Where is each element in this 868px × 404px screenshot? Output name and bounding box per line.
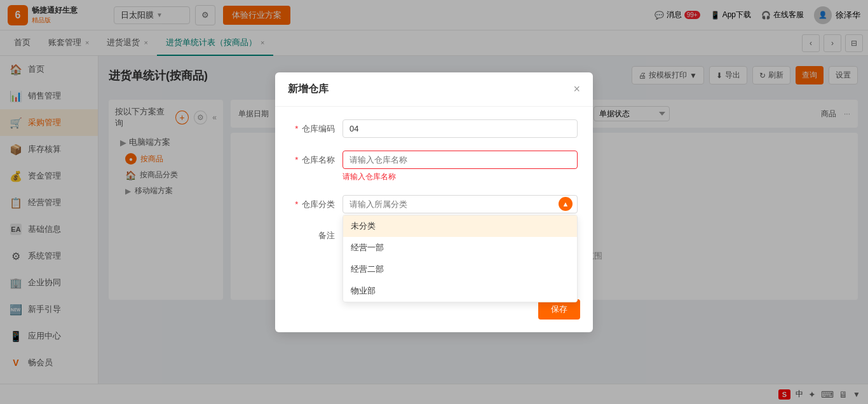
name-field-container: 请输入仓库名称	[342, 151, 578, 182]
modal-body: * 仓库编码 * 仓库名称 请输入仓库名称	[275, 107, 593, 292]
category-input[interactable]	[342, 195, 578, 213]
new-warehouse-modal: 新增仓库 × * 仓库编码 * 仓库名称	[275, 72, 593, 332]
category-option-0[interactable]: 未分类	[343, 215, 577, 237]
category-dropdown-arrow[interactable]: ▲	[559, 197, 573, 211]
warehouse-name-row: * 仓库名称 请输入仓库名称	[290, 151, 578, 182]
code-label: * 仓库编码	[290, 119, 335, 135]
warehouse-category-row: * 仓库分类 ▲ 未分类 经营一部 经营二部 物业部	[290, 195, 578, 213]
modal-header: 新增仓库 ×	[275, 72, 593, 107]
category-option-3[interactable]: 物业部	[343, 280, 577, 302]
name-input[interactable]	[342, 151, 578, 169]
category-dropdown-list: 未分类 经营一部 经营二部 物业部	[342, 215, 578, 302]
code-input[interactable]	[342, 119, 578, 138]
modal-title: 新增仓库	[288, 83, 329, 96]
notes-label: 备注	[290, 226, 335, 241]
category-option-1[interactable]: 经营一部	[343, 237, 577, 259]
category-field-container: ▲ 未分类 经营一部 经营二部 物业部	[342, 195, 578, 213]
name-error-message: 请输入仓库名称	[342, 172, 578, 182]
category-label: * 仓库分类	[290, 195, 335, 210]
warehouse-code-row: * 仓库编码	[290, 119, 578, 138]
category-option-2[interactable]: 经营二部	[343, 259, 577, 280]
code-field-container	[342, 119, 578, 138]
name-label: * 仓库名称	[290, 151, 335, 166]
category-dropdown: ▲ 未分类 经营一部 经营二部 物业部	[342, 195, 578, 213]
modal-close-button[interactable]: ×	[573, 83, 580, 96]
modal-overlay[interactable]: 新增仓库 × * 仓库编码 * 仓库名称	[0, 0, 868, 404]
